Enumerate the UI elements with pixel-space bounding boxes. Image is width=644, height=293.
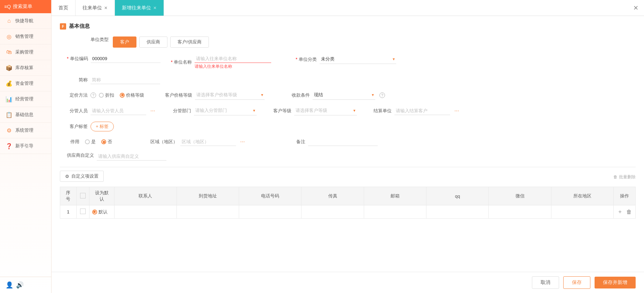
unit-name-label: 单位名称 bbox=[171, 59, 192, 65]
global-close-button[interactable]: ✕ bbox=[628, 4, 644, 12]
tab-add-partner[interactable]: 新增往来单位✕ bbox=[115, 0, 164, 16]
cancel-button[interactable]: 取消 bbox=[532, 276, 559, 289]
row-phone[interactable] bbox=[239, 205, 301, 219]
tab-bar: 首页往来单位✕新增往来单位✕ ✕ bbox=[52, 0, 644, 16]
tab-home[interactable]: 首页 bbox=[52, 0, 76, 16]
unit-category-select[interactable]: 未分类 ▾ bbox=[320, 55, 396, 64]
tab-partner-list[interactable]: 往来单位✕ bbox=[76, 0, 115, 16]
custom-settings-button[interactable]: ⚙ 自定义项设置 bbox=[60, 171, 104, 182]
sidebar-item-purchase[interactable]: 🛍采购管理 bbox=[0, 44, 51, 60]
field-area: 区域（地区） ··· bbox=[150, 138, 246, 146]
contact-input[interactable] bbox=[117, 209, 174, 214]
row-contact[interactable] bbox=[114, 205, 176, 219]
department-select[interactable]: 请输入分管部门 ▾ bbox=[194, 106, 257, 115]
qq-input[interactable] bbox=[429, 209, 486, 214]
tab-label: 往来单位 bbox=[83, 5, 102, 11]
address-input[interactable] bbox=[180, 209, 236, 214]
unit-type-both[interactable]: 客户/供应商 bbox=[170, 36, 209, 48]
sidebar-search[interactable]: ≡Q 搜索菜单 bbox=[0, 0, 51, 13]
table-header bbox=[76, 187, 89, 205]
pricing-help-icon[interactable]: ? bbox=[91, 92, 96, 98]
manager-input[interactable] bbox=[91, 107, 146, 115]
row-region[interactable] bbox=[551, 205, 613, 219]
header-checkbox[interactable] bbox=[80, 193, 86, 198]
region-input[interactable] bbox=[554, 209, 611, 214]
sidebar-item-system[interactable]: ⚙系统管理 bbox=[0, 123, 51, 138]
unit-code-input[interactable] bbox=[91, 55, 160, 63]
section-icon: F bbox=[60, 23, 66, 30]
tab-close-icon[interactable]: ✕ bbox=[104, 6, 108, 10]
sidebar-item-inventory[interactable]: 📦库存核算 bbox=[0, 60, 51, 76]
sidebar-item-finance[interactable]: 💰资金管理 bbox=[0, 76, 51, 91]
row-manager: 分管人员 ··· 分管部门 请输入分管部门 ▾ 客户等级 请选择客户等级 ▾ bbox=[67, 106, 636, 115]
row-customer-tag: 客户标签 + 标签 bbox=[67, 122, 636, 131]
area-input[interactable] bbox=[180, 138, 236, 146]
payment-condition-label: 收款条件 bbox=[289, 92, 310, 98]
radio-circle-yes bbox=[85, 139, 90, 144]
field-disable: 停用 是 否 bbox=[67, 139, 112, 145]
customer-level-select[interactable]: 请选择客户等级 ▾ bbox=[294, 106, 357, 115]
unit-type-customer[interactable]: 客户 bbox=[113, 36, 136, 48]
sidebar-item-sales[interactable]: ◎销售管理 bbox=[0, 29, 51, 44]
phone-input[interactable] bbox=[242, 209, 298, 214]
pricing-radio-level[interactable]: 价格等级 bbox=[120, 92, 144, 98]
unit-type-supplier[interactable]: 供应商 bbox=[139, 36, 167, 48]
save-button[interactable]: 保存 bbox=[563, 276, 590, 289]
row-email[interactable] bbox=[364, 205, 426, 219]
disable-radio-group: 是 否 bbox=[85, 139, 112, 145]
payment-condition-select[interactable]: 现结 ▾ bbox=[313, 90, 375, 100]
note-input[interactable] bbox=[308, 138, 378, 146]
row-address[interactable] bbox=[176, 205, 239, 219]
row-index: 1 bbox=[60, 205, 77, 219]
note-label: 备注 bbox=[284, 139, 305, 145]
row-check[interactable] bbox=[80, 209, 86, 214]
payment-help-icon[interactable]: ? bbox=[379, 92, 385, 98]
sound-icon[interactable]: 🔊 bbox=[16, 281, 24, 289]
sidebar-item-guide[interactable]: ❓新手引导 bbox=[0, 138, 51, 154]
tab-label: 首页 bbox=[58, 5, 68, 11]
email-input[interactable] bbox=[367, 209, 423, 214]
row-fax[interactable] bbox=[301, 205, 364, 219]
unit-name-input[interactable] bbox=[195, 55, 271, 63]
pricing-radio-group: 折扣 价格等级 bbox=[99, 92, 144, 98]
radio-circle bbox=[92, 210, 97, 214]
field-short-name: 简称 bbox=[67, 76, 160, 84]
row-pricing: 定价方法 ? 折扣 价格等级 客户价格等级 请选择客户价格等级 bbox=[67, 90, 636, 100]
add-tag-button[interactable]: + 标签 bbox=[91, 122, 114, 131]
area-more-button[interactable]: ··· bbox=[239, 139, 246, 145]
disable-radio-no[interactable]: 否 bbox=[101, 139, 112, 145]
chevron-down-icon: ▾ bbox=[393, 57, 395, 62]
manager-more-button[interactable]: ··· bbox=[149, 108, 156, 114]
system-icon: ⚙ bbox=[6, 127, 13, 134]
wechat-input[interactable] bbox=[492, 209, 548, 214]
batch-delete-button[interactable]: 🗑 批量删除 bbox=[613, 174, 636, 180]
short-name-input[interactable] bbox=[91, 76, 160, 84]
radio-circle-discount bbox=[99, 93, 104, 98]
settlement-unit-input[interactable] bbox=[394, 107, 450, 115]
sidebar-item-operations[interactable]: 📊经营管理 bbox=[0, 91, 51, 107]
supplier-custom-input[interactable] bbox=[97, 152, 166, 161]
delete-row-button[interactable]: 🗑 bbox=[626, 208, 633, 216]
table-header: 电话号码 bbox=[239, 187, 301, 205]
sidebar-item-label: 基础信息 bbox=[15, 112, 33, 118]
settlement-more-button[interactable]: ··· bbox=[453, 108, 460, 114]
pricing-radio-discount[interactable]: 折扣 bbox=[99, 92, 114, 98]
sidebar-item-label: 销售管理 bbox=[15, 33, 33, 40]
default-radio[interactable]: 默认 bbox=[92, 209, 111, 215]
fax-input[interactable] bbox=[304, 209, 361, 214]
add-row-button[interactable]: ＋ bbox=[616, 207, 623, 216]
sales-icon: ◎ bbox=[6, 33, 13, 40]
row-wechat[interactable] bbox=[489, 205, 551, 219]
customer-price-level-label: 客户价格等级 bbox=[165, 92, 192, 98]
sidebar-item-label: 系统管理 bbox=[15, 127, 33, 133]
save-new-button[interactable]: 保存并新增 bbox=[595, 277, 636, 288]
row-checkbox[interactable] bbox=[76, 205, 89, 219]
sidebar-item-basics[interactable]: 📋基础信息 bbox=[0, 107, 51, 123]
row-qq[interactable] bbox=[426, 205, 489, 219]
field-unit-category: 单位分类 未分类 ▾ bbox=[296, 55, 396, 64]
tab-close-icon[interactable]: ✕ bbox=[153, 6, 157, 10]
customer-price-level-select[interactable]: 请选择客户价格等级 ▾ bbox=[195, 90, 265, 100]
sidebar-item-quick-nav[interactable]: ⌂快捷导航 bbox=[0, 13, 51, 29]
user-icon[interactable]: 👤 bbox=[6, 281, 13, 289]
disable-radio-yes[interactable]: 是 bbox=[85, 139, 96, 145]
